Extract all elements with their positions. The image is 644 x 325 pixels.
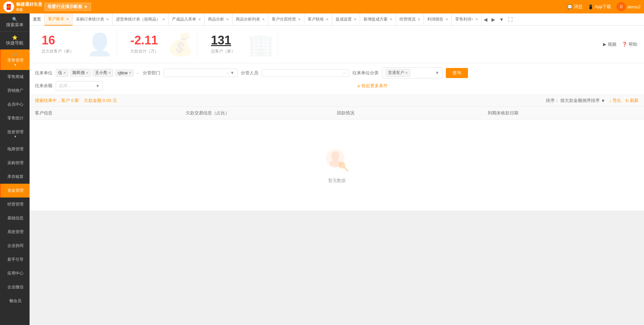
tab-scroll-left[interactable]: ◀	[482, 13, 489, 26]
person-select[interactable]: ···	[262, 69, 349, 77]
tab-boost-settings[interactable]: 提成设置 ✕	[332, 13, 360, 26]
video-icon: ▶	[603, 42, 606, 47]
tag-chen: 陈民强 ✕	[70, 69, 91, 77]
account-dropdown[interactable]: 母婴行业演示帐套 ▼	[44, 3, 91, 11]
tag-cjttcw: cjttcw ✕	[115, 70, 134, 76]
unit-filter-label: 往来单位	[35, 70, 52, 76]
phone-icon: 📱	[588, 4, 593, 9]
tab-fullscreen-btn[interactable]: ⛶	[506, 13, 515, 26]
tab-close-customer-book[interactable]: ✕	[66, 17, 69, 21]
tag-ordinary-close[interactable]: ✕	[405, 71, 408, 75]
tab-close-analysis[interactable]: ✕	[226, 17, 229, 21]
sidebar-search[interactable]: 🔍 搜索菜单	[0, 13, 30, 32]
table-header: 客户信息 欠款交易信息（占比） 回款情况 到期未收款日期	[30, 107, 644, 120]
sidebar-quick-nav[interactable]: ⭐ 快捷导航	[0, 32, 30, 49]
query-button[interactable]: 查询	[446, 68, 468, 78]
sidebar-item-marketing[interactable]: 营销推广	[0, 84, 30, 98]
tab-close-purchase-order[interactable]: ✕	[106, 17, 109, 21]
tag-wang-close[interactable]: ✕	[108, 71, 111, 75]
stat-total-customers: 🏢 131 总客户（家）	[198, 31, 278, 58]
person-label: 分管人员	[241, 70, 258, 76]
tab-operation-status[interactable]: 经营情况 ✕	[396, 13, 424, 26]
content-area: 首页 客户账本 ✕ 采购订单统计表 ✕ 进货单统计表（按商品） ✕ 产成品入库单…	[30, 13, 644, 325]
tab-close-purchase-stats[interactable]: ✕	[162, 17, 165, 21]
refresh-btn[interactable]: ↻ 刷新	[625, 98, 639, 104]
col-due-date: 到期未收款日期	[488, 110, 639, 116]
empty-text: 暂无数据	[328, 178, 346, 184]
tab-customer-segment[interactable]: 客户分层经营 ✕	[268, 13, 304, 26]
tab-close-retail-profit[interactable]: ✕	[475, 17, 478, 21]
sidebar-item-purchase[interactable]: 采购管理	[0, 156, 30, 170]
sidebar-item-retail-manage[interactable]: 🛒 零售管理 ▼	[0, 49, 30, 70]
collapse-btn[interactable]: ∧ 收起更多条件	[357, 83, 388, 89]
more-tags-btn[interactable]: ···	[136, 70, 139, 75]
export-btn[interactable]: ↓ 导出	[609, 98, 621, 104]
main-layout: 🔍 搜索菜单 ⭐ 快捷导航 🛒 零售管理 ▼ 零售商城 营销推广 会员中心	[0, 13, 644, 325]
tab-profit-report[interactable]: 利润报告 ✕	[424, 13, 452, 26]
chevron-up-icon: ∧	[357, 83, 360, 88]
tab-close-operation[interactable]: ✕	[418, 17, 420, 21]
tab-purchase-order-stats[interactable]: 采购订单统计表 ✕	[73, 13, 113, 26]
video-btn[interactable]: ▶ 视频	[603, 41, 616, 47]
tab-product-inbound[interactable]: 产成品入库单 ✕	[169, 13, 205, 26]
help-icon: ❓	[622, 42, 627, 47]
chevron-down-icon: ▼	[14, 63, 17, 67]
app-download-btn[interactable]: 📱 App下载	[588, 4, 611, 10]
col-customer-info: 客户信息	[35, 110, 186, 116]
download-icon: ↓	[609, 98, 612, 103]
unit-class-select[interactable]: 普通客户 ✕ ▼	[382, 67, 442, 78]
tab-close-new-boost[interactable]: ✕	[390, 17, 392, 21]
chevron-down-icon: ▼	[230, 70, 234, 75]
sidebar-item-retail-stats[interactable]: 零售统计	[0, 111, 30, 125]
result-actions: 排序： 按欠款金额倒序排序 ▼ ↓ 导出 ↻ 刷新	[546, 98, 639, 104]
tag-chen-close[interactable]: ✕	[86, 71, 88, 75]
top-bar: 🧧 畅捷通好生意 标版 母婴行业演示帐套 ▼ 💬 消息 📱 App下载 D de…	[0, 0, 644, 13]
tab-close-boost[interactable]: ✕	[354, 17, 356, 21]
sidebar-item-vip[interactable]: 畅会员	[0, 294, 30, 308]
tab-customer-book[interactable]: 客户账本 ✕	[45, 13, 73, 26]
sidebar-item-retail-mall[interactable]: 零售商城	[0, 70, 30, 84]
sidebar: 🔍 搜索菜单 ⭐ 快捷导航 🛒 零售管理 ▼ 零售商城 营销推广 会员中心	[0, 13, 30, 325]
tab-close-segment[interactable]: ✕	[298, 17, 301, 21]
stat2-label: 欠款合计（万）	[130, 48, 159, 54]
balance-select[interactable]: 选择... ▼	[56, 81, 103, 91]
tab-home[interactable]: 首页	[30, 13, 45, 26]
sidebar-item-member[interactable]: 会员中心	[0, 98, 30, 111]
sidebar-item-inventory[interactable]: 库存核算	[0, 170, 30, 184]
tab-new-boost-plan[interactable]: 新增提成方案 ✕	[360, 13, 396, 26]
tab-scroll-right[interactable]: ▶	[489, 13, 497, 26]
sidebar-item-new-guide[interactable]: 新手引导	[0, 253, 30, 266]
tab-close-inbound[interactable]: ✕	[198, 17, 201, 21]
tag-wu-close[interactable]: ✕	[63, 71, 66, 75]
tab-customer-contact[interactable]: 客户联络 ✕	[304, 13, 332, 26]
sidebar-item-operation[interactable]: 经营管理	[0, 197, 30, 211]
sidebar-item-enterprise[interactable]: 企业协同	[0, 239, 30, 253]
tab-product-analysis[interactable]: 商品分析 ✕	[205, 13, 232, 26]
logo-area: 🧧 畅捷通好生意 标版 母婴行业演示帐套 ▼	[3, 1, 567, 12]
tab-purchase-stats-by-product[interactable]: 进货单统计表（按商品） ✕	[113, 13, 169, 26]
sort-select[interactable]: 排序： 按欠款金额倒序排序 ▼	[546, 98, 605, 104]
tab-retail-profit[interactable]: 零售利润↑ ✕	[452, 13, 482, 26]
message-icon: 💬	[567, 4, 572, 9]
help-btn[interactable]: ❓ 帮助	[622, 41, 637, 47]
dept-select[interactable]: ··· ▼	[164, 69, 238, 77]
sidebar-item-system[interactable]: 系统管理	[0, 225, 30, 239]
sidebar-item-ecommerce[interactable]: 电商管理	[0, 142, 30, 156]
logo-icon: 🧧	[3, 1, 14, 12]
tab-list-btn[interactable]: ▼	[497, 13, 506, 26]
sidebar-item-capital[interactable]: 资金管理	[0, 184, 30, 197]
sidebar-item-wholesale[interactable]: 批发管理 ▼	[0, 125, 30, 142]
balance-label: 往来余额	[35, 83, 52, 89]
stat2-value: -2.11	[130, 34, 159, 46]
tab-close-contact[interactable]: ✕	[326, 17, 329, 21]
tab-product-analysis-list[interactable]: 商品分析列表 ✕	[232, 13, 268, 26]
sidebar-item-enterprise-wechat[interactable]: 企业微信	[0, 280, 30, 294]
stat1-value: 16	[42, 34, 74, 46]
tab-close-analysis-list[interactable]: ✕	[262, 17, 265, 21]
message-btn[interactable]: 💬 消息	[567, 4, 583, 10]
sidebar-item-basic-info[interactable]: 基础信息	[0, 211, 30, 225]
sidebar-item-app-center[interactable]: 应用中心	[0, 266, 30, 280]
tab-close-profit[interactable]: ✕	[445, 17, 448, 21]
user-menu[interactable]: D demo2	[616, 2, 641, 11]
tag-cjttcw-close[interactable]: ✕	[129, 71, 131, 75]
